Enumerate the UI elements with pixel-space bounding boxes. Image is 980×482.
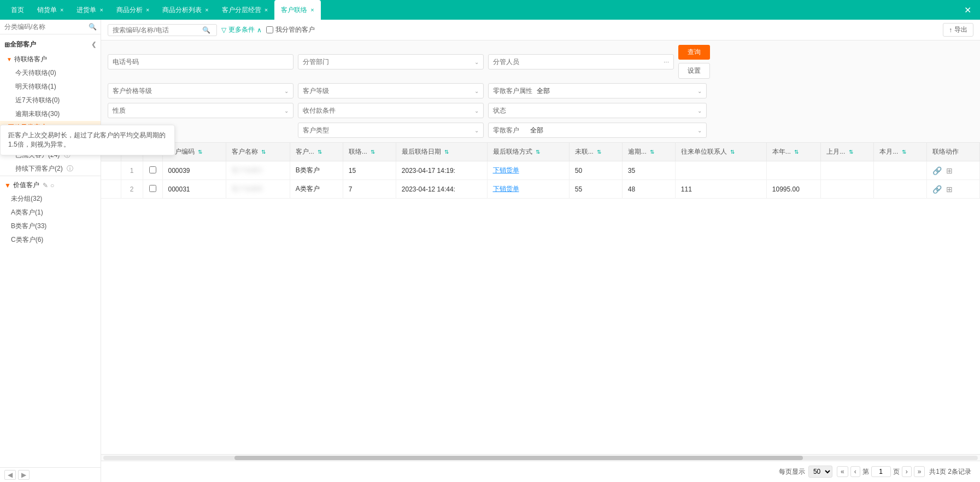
close-purchase-icon[interactable]: × [99, 7, 103, 13]
nav-home[interactable]: 首页 [4, 0, 31, 20]
nav-customer-contact[interactable]: 客户联络 × [274, 0, 320, 20]
customer-level-field[interactable]: 客户等级 ⌄ [298, 83, 484, 98]
col-contacts-header[interactable]: 联络... ⇅ [343, 143, 396, 161]
sort-contacts-icon[interactable]: ⇅ [371, 149, 375, 155]
sort-overdue-icon[interactable]: ⇅ [650, 149, 654, 155]
department-dropdown-icon: ⌄ [474, 59, 479, 65]
phone-field[interactable]: 电话号码 [108, 54, 294, 69]
col-last-month-header[interactable]: 上月... ⇅ [821, 143, 874, 161]
close-all-button[interactable]: ✕ [960, 5, 976, 15]
nav-product-list[interactable]: 商品分析列表 × [156, 0, 215, 20]
settings-button[interactable]: 设置 [678, 63, 710, 79]
sidebar-search-input[interactable] [4, 23, 86, 31]
status-dropdown-icon: ⌄ [697, 108, 702, 114]
col-overdue-header[interactable]: 逾期... ⇅ [622, 143, 675, 161]
c-class-item[interactable]: C类客户(6) [0, 233, 101, 247]
sort-last-method-icon[interactable]: ⇅ [536, 149, 540, 155]
more-conditions-button[interactable]: ▽ 更多条件 ∧ [221, 25, 262, 34]
col-this-year-header[interactable]: 本年... ⇅ [766, 143, 820, 161]
declining-customers-item[interactable]: 持续下滑客户(2) ⓘ [0, 162, 101, 176]
b-class-item[interactable]: B类客户(33) [0, 219, 101, 233]
tomorrow-contact-item[interactable]: 明天待联络(1) [0, 80, 101, 94]
row1-uncontacted: 50 [569, 161, 622, 180]
row2-action-link-icon[interactable]: 🔗 [932, 185, 942, 194]
manager-more-icon[interactable]: ··· [664, 58, 669, 66]
first-page-button[interactable]: « [837, 466, 848, 477]
col-unit-contact-header[interactable]: 往来单位联系人 ⇅ [675, 143, 766, 161]
tooltip-box: 距客户上次交易时长，超过了此客户的平均交易周期的1.5倍，则视为异常。 [0, 125, 101, 155]
overdue-contact-item[interactable]: 逾期未联络(30) [0, 107, 101, 121]
filter-row-1: 电话号码 分管部门 ⌄ 分管人员 ··· 查询 设置 [108, 45, 973, 79]
query-button[interactable]: 查询 [678, 45, 710, 60]
last-page-button[interactable]: » [914, 466, 925, 477]
horizontal-scrollbar[interactable] [101, 454, 980, 461]
row1-this-month [874, 161, 927, 180]
pending-contact-title[interactable]: ▼ 待联络客户 [0, 53, 101, 66]
filter-row-4: ··· 客户类型 ⌄ 零散客户 全部 ⌄ [108, 123, 973, 138]
sidebar-search-icon[interactable]: 🔍 [89, 23, 97, 31]
check-value-icon[interactable]: ○ [50, 182, 54, 189]
nav-product-analysis[interactable]: 商品分析 × [110, 0, 156, 20]
sort-last-month-icon[interactable]: ⇅ [849, 149, 853, 155]
row1-last-method[interactable]: 下销货单 [487, 161, 569, 180]
close-product-analysis-icon[interactable]: × [146, 7, 149, 13]
sort-level-icon[interactable]: ⇅ [318, 149, 322, 155]
col-this-month-header[interactable]: 本月... ⇅ [874, 143, 927, 161]
row2-checkbox[interactable] [143, 180, 162, 199]
customer-type-field[interactable]: 客户类型 ⌄ [298, 123, 484, 138]
row1-action-link-icon[interactable]: 🔗 [932, 166, 942, 175]
sort-this-month-icon[interactable]: ⇅ [902, 149, 906, 155]
prev-page-button[interactable]: ‹ [850, 466, 860, 477]
retail-attr-field[interactable]: 零散客户属性 全部 ⌄ [488, 83, 707, 98]
value-customers-title[interactable]: ▼ 价值客户 ✎ ○ [0, 178, 101, 192]
retail-customer-field[interactable]: 零散客户 全部 ⌄ [488, 123, 707, 138]
per-page-select[interactable]: 50 [808, 466, 832, 478]
sidebar-nav-right-icon[interactable]: ▶ [18, 470, 30, 480]
sort-this-year-icon[interactable]: ⇅ [794, 149, 799, 155]
row2-action-grid-icon[interactable]: ⊞ [946, 185, 953, 194]
col-uncontacted-header[interactable]: 未联... ⇅ [569, 143, 622, 161]
scroll-thumb[interactable] [234, 456, 803, 460]
row2-select-checkbox[interactable] [149, 185, 156, 192]
close-product-list-icon[interactable]: × [205, 7, 208, 13]
price-level-field[interactable]: 客户价格等级 ⌄ [108, 83, 294, 98]
col-last-date-header[interactable]: 最后联络日期 ⇅ [396, 143, 487, 161]
row2-last-method[interactable]: 下销货单 [487, 180, 569, 199]
week-contact-item[interactable]: 近7天待联络(0) [0, 94, 101, 107]
row1-checkbox[interactable] [143, 161, 162, 180]
payment-field[interactable]: 收付款条件 ⌄ [298, 103, 484, 118]
close-customer-contact-icon[interactable]: × [310, 7, 314, 13]
a-class-item[interactable]: A类客户(1) [0, 206, 101, 219]
col-level-header[interactable]: 客户... ⇅ [290, 143, 343, 161]
sidebar-collapse-icon[interactable]: ❮ [91, 41, 96, 48]
all-customers-title[interactable]: ⊞ 全部客户 ❮ [0, 37, 101, 53]
row1-action-grid-icon[interactable]: ⊞ [946, 166, 953, 175]
close-customer-tier-icon[interactable]: × [265, 7, 268, 13]
next-page-button[interactable]: › [902, 466, 912, 477]
edit-value-icon[interactable]: ✎ [43, 182, 48, 189]
sort-code-icon[interactable]: ⇅ [198, 149, 202, 155]
col-name-header[interactable]: 客户名称 ⇅ [226, 143, 290, 161]
sort-last-date-icon[interactable]: ⇅ [444, 149, 449, 155]
unclassified-item[interactable]: 未分组(32) [0, 192, 101, 206]
export-button[interactable]: ↑ 导出 [943, 23, 973, 37]
page-number-input[interactable] [871, 466, 891, 477]
today-contact-item[interactable]: 今天待联络(0) [0, 66, 101, 80]
sort-uncontacted-icon[interactable]: ⇅ [597, 149, 601, 155]
nav-purchase[interactable]: 进货单 × [70, 0, 109, 20]
row1-select-checkbox[interactable] [149, 166, 156, 173]
nav-customer-tier[interactable]: 客户分层经营 × [215, 0, 274, 20]
close-sales-icon[interactable]: × [60, 7, 63, 13]
sort-unit-contact-icon[interactable]: ⇅ [730, 149, 735, 155]
status-field[interactable]: 状态 ⌄ [488, 103, 707, 118]
department-field[interactable]: 分管部门 ⌄ [298, 54, 484, 69]
filter-search-icon[interactable]: 🔍 [202, 26, 210, 34]
manager-field[interactable]: 分管人员 ··· [488, 54, 674, 69]
sort-name-icon[interactable]: ⇅ [261, 149, 266, 155]
col-last-method-header[interactable]: 最后联络方式 ⇅ [487, 143, 569, 161]
filter-search-input[interactable] [113, 26, 200, 34]
gender-field[interactable]: 性质 ⌄ [108, 103, 294, 118]
sidebar-nav-left-icon[interactable]: ◀ [4, 470, 16, 480]
my-customers-checkbox[interactable] [266, 26, 273, 33]
nav-sales[interactable]: 销货单 × [31, 0, 70, 20]
